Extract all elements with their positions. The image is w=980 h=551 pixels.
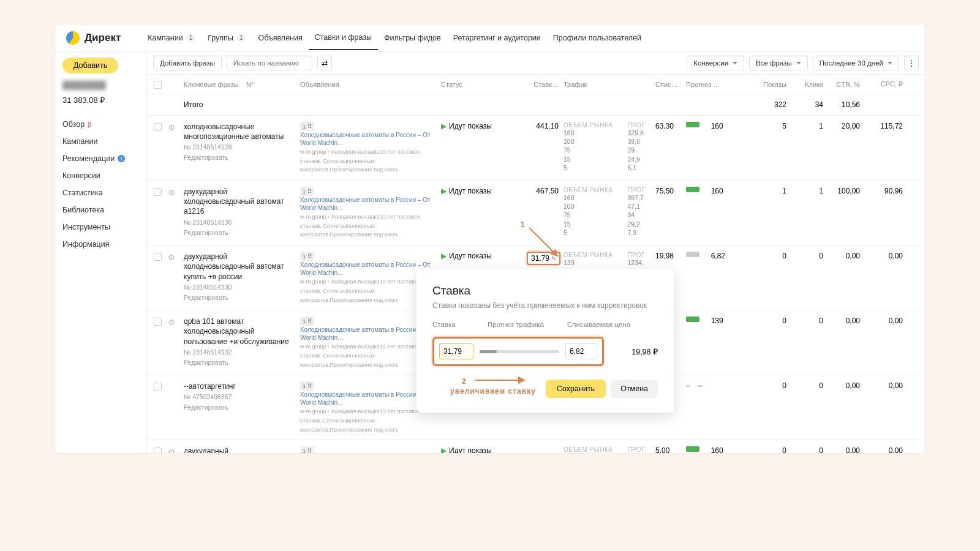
- forecast-slider[interactable]: [480, 350, 559, 353]
- bid-cell[interactable]: 441,10: [527, 122, 564, 130]
- row-checkbox[interactable]: [154, 383, 162, 391]
- ctr-cell: 100,00: [827, 187, 864, 195]
- keyword-cell: двухударный холодновысадочный автомат а6…: [184, 446, 300, 453]
- search-input[interactable]: [227, 56, 312, 70]
- ad-count-badge[interactable]: 1 ⠿: [300, 446, 314, 453]
- ad-count-badge[interactable]: 1 ⠿: [300, 252, 314, 261]
- play-icon: ▶: [441, 252, 447, 260]
- imps-cell: 0: [747, 317, 790, 325]
- sidebar-item-Инструменты[interactable]: Инструменты: [62, 219, 139, 236]
- sidebar-item-Кампании[interactable]: Кампании: [62, 133, 139, 150]
- gear-icon[interactable]: ⚙: [168, 448, 175, 453]
- add-button[interactable]: Добавить: [62, 58, 118, 73]
- gear-icon[interactable]: ⚙: [168, 123, 175, 132]
- row-checkbox[interactable]: [154, 123, 162, 131]
- play-icon: ▶: [441, 446, 447, 453]
- edit-link[interactable]: Редактировать: [184, 359, 295, 366]
- conversions-dropdown[interactable]: Конверсии: [687, 56, 744, 70]
- tab-Ставки и фразы[interactable]: Ставки и фразы: [309, 26, 378, 50]
- totals-ctr: 10,56: [827, 100, 864, 109]
- status-cell: ▶Идут показы: [441, 187, 527, 195]
- row-checkbox[interactable]: [154, 448, 162, 453]
- keyword-cell: двухударной холодновысадочный автомат а1…: [184, 187, 300, 236]
- tab-Кампании[interactable]: Кампании1: [141, 26, 202, 50]
- forecast-output[interactable]: [565, 343, 597, 359]
- col-clicks[interactable]: Клики: [790, 81, 827, 88]
- totals-imps: 322: [747, 100, 790, 109]
- traffic-cell: ОБЪЕМ РЫНКА155ПРОГ29,17,9: [564, 446, 655, 453]
- row-checkbox[interactable]: [154, 188, 162, 196]
- col-cpc[interactable]: CPC, ₽: [864, 80, 907, 88]
- list-price-cell: 19,98: [655, 252, 686, 260]
- tab-Профили пользователей[interactable]: Профили пользователей: [547, 26, 647, 50]
- imps-cell: 0: [747, 446, 790, 453]
- save-button[interactable]: Сохранить: [546, 380, 606, 398]
- sidebar-item-Обзор[interactable]: Обзорβ: [62, 116, 139, 133]
- add-phrases-button[interactable]: Добавить фразы: [153, 56, 222, 70]
- bid-cell[interactable]: 467,50: [527, 187, 564, 195]
- list-price-cell: 75,50: [655, 187, 686, 195]
- gear-icon[interactable]: ⚙: [168, 188, 175, 197]
- col-ctr[interactable]: CTR, %: [827, 81, 864, 88]
- edit-link[interactable]: Редактировать: [184, 154, 295, 161]
- row-checkbox[interactable]: [154, 253, 162, 261]
- logo: Директ: [66, 31, 121, 45]
- imps-cell: 5: [747, 122, 790, 130]
- select-all-checkbox[interactable]: [154, 81, 162, 89]
- tab-Фильтры фидов[interactable]: Фильтры фидов: [378, 26, 447, 50]
- imps-cell: 0: [747, 381, 790, 390]
- cancel-button[interactable]: Отмена: [611, 380, 658, 398]
- filter-settings-icon[interactable]: ⇄: [317, 56, 332, 70]
- ad-count-badge[interactable]: 1 ⠿: [300, 381, 314, 391]
- ctr-cell: 0,00: [827, 446, 864, 453]
- col-bid[interactable]: Ставк…: [527, 81, 564, 88]
- row-checkbox[interactable]: [154, 318, 162, 326]
- totals-clicks: 34: [790, 100, 827, 109]
- account-name-blurred: ████████: [62, 81, 139, 89]
- popover-col-forecast: Прогноз трафика: [488, 321, 567, 328]
- totals-label: Итого: [184, 100, 300, 109]
- col-keywords[interactable]: Ключевые фразы N°: [184, 81, 300, 88]
- clicks-cell: 0: [790, 317, 827, 325]
- table-row: ⚙двухударный холодновысадочный автомат а…: [147, 440, 925, 453]
- tab-Ретаргетинг и аудитории[interactable]: Ретаргетинг и аудитории: [447, 26, 547, 50]
- tab-Объявления[interactable]: Объявления: [252, 26, 308, 50]
- edit-link[interactable]: Редактировать: [184, 229, 295, 236]
- sidebar-item-Статистика[interactable]: Статистика: [62, 184, 139, 201]
- play-icon: ▶: [441, 122, 447, 130]
- bid-cell[interactable]: 31,79 ✎: [527, 252, 564, 265]
- popover-title: Ставка: [432, 284, 658, 298]
- popover-col-bid: Ставка: [432, 321, 488, 328]
- ctr-cell: 0,00: [827, 252, 864, 260]
- sidebar-item-Рекомендации[interactable]: Рекомендации1: [62, 150, 139, 167]
- col-ads[interactable]: Объявления: [300, 81, 441, 88]
- sidebar-item-Конверсии[interactable]: Конверсии: [62, 167, 139, 184]
- list-price-cell: 63,30: [655, 122, 686, 130]
- keyword-cell: qpba 101 автомат холодновысадочный польз…: [184, 317, 300, 366]
- edit-link[interactable]: Редактировать: [184, 403, 295, 411]
- clicks-cell: 1: [790, 122, 827, 130]
- bid-input[interactable]: [439, 343, 473, 359]
- ad-count-badge[interactable]: 1 ⠿: [300, 122, 314, 131]
- balance: 31 383,08 ₽: [62, 96, 139, 105]
- sidebar-item-Библиотека[interactable]: Библиотека: [62, 201, 139, 219]
- phrases-filter-dropdown[interactable]: Все фразы: [749, 56, 808, 70]
- clicks-cell: 0: [790, 446, 827, 453]
- ad-count-badge[interactable]: 1 ⠿: [300, 317, 314, 326]
- col-status[interactable]: Статус: [441, 81, 527, 88]
- col-forecast[interactable]: Прогноз …: [686, 81, 747, 88]
- sidebar-item-Информация[interactable]: Информация: [62, 236, 139, 253]
- col-list[interactable]: Спис…: [655, 81, 686, 88]
- col-imps[interactable]: Показы: [747, 81, 790, 88]
- edit-link[interactable]: Редактировать: [184, 294, 295, 301]
- col-traffic[interactable]: Трафик: [564, 81, 655, 88]
- more-icon[interactable]: ⋮: [904, 56, 919, 70]
- bid-edit-trigger[interactable]: 31,79 ✎: [527, 252, 560, 265]
- ad-count-badge[interactable]: 1 ⠿: [300, 187, 314, 196]
- gear-icon[interactable]: ⚙: [168, 318, 175, 327]
- clicks-cell: 0: [790, 381, 827, 390]
- forecast-cell: 160: [686, 122, 747, 130]
- tab-Группы[interactable]: Группы1: [202, 26, 252, 50]
- date-range-dropdown[interactable]: Последние 30 дней: [813, 56, 899, 70]
- gear-icon[interactable]: ⚙: [168, 253, 175, 262]
